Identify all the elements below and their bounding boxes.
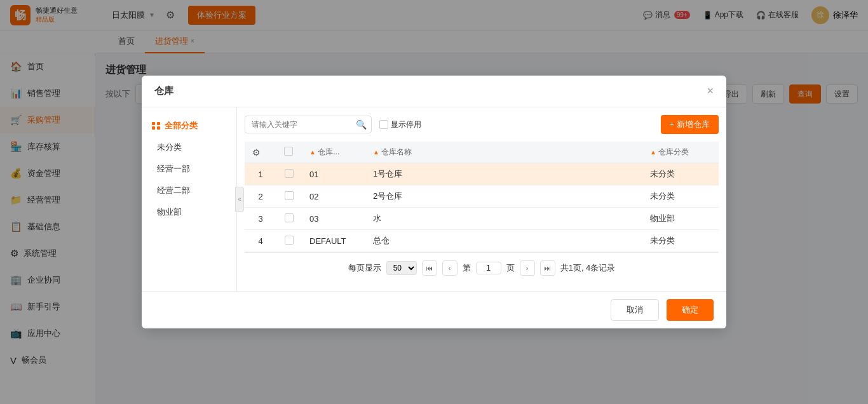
sort-icon-code: ▲ (309, 149, 316, 156)
category-item-ops1[interactable]: 经营一部 (142, 158, 236, 180)
show-disabled-checkbox[interactable] (379, 120, 388, 129)
table-row[interactable]: 4 DEFAULT 总仓 未分类 (245, 230, 719, 252)
cell-name-1: 1号仓库 (365, 163, 642, 185)
cell-code-3: 03 (302, 208, 365, 230)
th-category: ▲ 仓库分类 (642, 142, 719, 163)
category-item-property[interactable]: 物业部 (142, 201, 236, 223)
prev-page-button[interactable]: ‹ (442, 260, 458, 276)
modal-pagination: 每页显示 50 ⏮ ‹ 第 页 › ⏭ 共1页, 4条记录 (245, 252, 719, 283)
modal-category-panel: 全部分类 未分类 经营一部 经营二部 物业部 « (142, 107, 237, 291)
sort-icon-name: ▲ (373, 149, 379, 156)
sort-icon-category: ▲ (650, 149, 656, 156)
modal-close-button[interactable]: × (707, 84, 714, 98)
cell-category-3: 物业部 (642, 208, 719, 230)
th-check (276, 142, 302, 163)
cell-code-4: DEFAULT (302, 230, 365, 252)
cell-check-4[interactable] (276, 230, 302, 252)
search-input-wrap: 🔍 (245, 116, 372, 133)
page-number-input[interactable] (476, 262, 501, 274)
per-page-label: 每页显示 (348, 262, 381, 274)
cell-index-4: 4 (245, 230, 276, 252)
table-row[interactable]: 3 03 水 物业部 (245, 208, 719, 230)
show-disabled-label[interactable]: 显示停用 (379, 119, 421, 130)
last-page-button[interactable]: ⏭ (540, 260, 555, 276)
modal-body: 全部分类 未分类 经营一部 经营二部 物业部 « 🔍 (142, 107, 726, 291)
first-page-button[interactable]: ⏮ (422, 260, 437, 276)
row-checkbox-3[interactable] (285, 213, 294, 222)
row-checkbox-2[interactable] (285, 191, 294, 200)
search-input[interactable] (245, 116, 372, 133)
th-code: ▲ 仓库... (302, 142, 365, 163)
cell-code-1: 01 (302, 163, 365, 185)
panel-collapse-toggle[interactable]: « (235, 187, 244, 212)
cell-name-4: 总仓 (365, 230, 642, 252)
th-gear: ⚙ (245, 142, 276, 163)
table-container: ⚙ ▲ 仓库... ▲ (245, 142, 719, 252)
modal-footer: 取消 确定 (142, 291, 726, 328)
confirm-button[interactable]: 确定 (667, 299, 714, 321)
modal-search-bar: 🔍 显示停用 + 新增仓库 (245, 115, 719, 134)
cancel-button[interactable]: 取消 (611, 299, 659, 321)
warehouse-table: ⚙ ▲ 仓库... ▲ (245, 142, 719, 252)
cell-index-3: 3 (245, 208, 276, 230)
cell-check-3[interactable] (276, 208, 302, 230)
category-all-header[interactable]: 全部分类 (142, 115, 236, 137)
category-item-uncategorized[interactable]: 未分类 (142, 137, 236, 158)
pagination-summary: 共1页, 4条记录 (560, 262, 616, 274)
per-page-select[interactable]: 50 (386, 261, 417, 275)
cell-check-2[interactable] (276, 185, 302, 208)
warehouse-modal: 仓库 × 全部分类 未分类 经营一部 经营二部 物业部 (142, 76, 726, 328)
cell-check-1[interactable] (276, 163, 302, 185)
page-label: 第 (463, 262, 471, 274)
grid-icon (152, 122, 161, 130)
cell-category-2: 未分类 (642, 185, 719, 208)
modal-overlay: 仓库 × 全部分类 未分类 经营一部 经营二部 物业部 (0, 0, 868, 404)
next-page-button[interactable]: › (520, 260, 535, 276)
cell-index-2: 2 (245, 185, 276, 208)
table-body: 1 01 1号仓库 未分类 2 02 2号仓库 (245, 163, 719, 252)
category-item-ops2[interactable]: 经营二部 (142, 180, 236, 201)
th-name: ▲ 仓库名称 (365, 142, 642, 163)
modal-title: 仓库 (154, 85, 173, 97)
add-warehouse-button[interactable]: + 新增仓库 (661, 115, 719, 134)
modal-right-panel: 🔍 显示停用 + 新增仓库 ⚙ (237, 107, 726, 291)
cell-name-3: 水 (365, 208, 642, 230)
table-header: ⚙ ▲ 仓库... ▲ (245, 142, 719, 163)
cell-code-2: 02 (302, 185, 365, 208)
cell-category-4: 未分类 (642, 230, 719, 252)
table-row[interactable]: 1 01 1号仓库 未分类 (245, 163, 719, 185)
search-icon: 🔍 (356, 119, 367, 130)
row-checkbox-1[interactable] (285, 169, 294, 178)
cell-category-1: 未分类 (642, 163, 719, 185)
select-all-checkbox[interactable] (284, 147, 293, 156)
table-row[interactable]: 2 02 2号仓库 未分类 (245, 185, 719, 208)
row-checkbox-4[interactable] (285, 236, 294, 245)
cell-index-1: 1 (245, 163, 276, 185)
modal-header: 仓库 × (142, 76, 726, 107)
page-unit-label: 页 (506, 262, 515, 274)
cell-name-2: 2号仓库 (365, 185, 642, 208)
